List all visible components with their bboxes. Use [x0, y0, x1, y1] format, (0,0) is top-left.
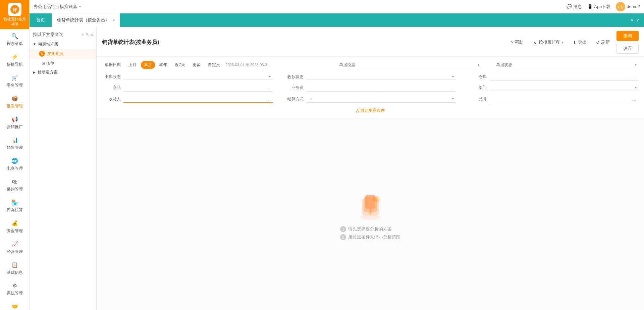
doc-status-label: 单据状态: [493, 62, 512, 68]
download-icon: 📱: [587, 4, 593, 9]
refresh-button[interactable]: ↺ 刷新: [593, 38, 612, 47]
sidebar-item-retail[interactable]: 🛒 零售管理: [0, 71, 29, 92]
pc-group-arrow-icon: ▼: [33, 42, 36, 46]
date-btn-this-month[interactable]: 本月: [141, 61, 155, 69]
hint-item-1: 1 请先选择要分析的方案: [340, 226, 400, 232]
top-bar-right: 💬 消息 📱 App下载 Ea demo2: [567, 2, 640, 11]
purchase-icon: 🛍: [11, 178, 18, 186]
tab-close-icon[interactable]: ×: [113, 18, 115, 22]
shortcut-icon: ⚡: [11, 53, 18, 61]
scheme-group-mobile-header[interactable]: ▶ 移动端方案: [30, 68, 96, 77]
date-controls: 上月 本月 本年 近7天 更多 自定义 2023-03-01 至 2023-03…: [125, 61, 269, 69]
out-status-control[interactable]: ▾: [123, 74, 273, 80]
finance-icon: 💰: [11, 220, 18, 227]
sidebar-item-ecommerce[interactable]: 🌐 电商管理: [0, 154, 29, 175]
staff-control[interactable]: …: [306, 84, 455, 92]
out-status-label: 出库状态: [102, 74, 121, 80]
help-button[interactable]: ? 帮助: [508, 38, 526, 47]
app-download-button[interactable]: 📱 App下载: [587, 4, 610, 10]
scheme-item-by-staff[interactable]: 员 按业务员: [30, 49, 96, 59]
sidebar-item-purchase[interactable]: 🛍 采购管理: [0, 175, 29, 196]
sidebar-item-system[interactable]: ⚙ 系统管理: [0, 279, 29, 300]
date-btn-more[interactable]: 更多: [190, 61, 204, 69]
app-title-dropdown-icon[interactable]: ▾: [79, 5, 81, 8]
doc-status-control[interactable]: ▾: [515, 62, 639, 68]
maximize-icon[interactable]: ⤢: [636, 17, 640, 23]
logo-area[interactable]: 好 畅捷通好生意标版: [0, 0, 29, 29]
sidebar-item-operations[interactable]: 📈 经营管理: [0, 237, 29, 258]
message-button[interactable]: 💬 消息: [567, 4, 582, 10]
sidebar-item-enterprise[interactable]: 🤝 企业协同: [0, 300, 29, 310]
scheme-group-pc: ▼ 电脑端方案 员 按业务员 ⊞ 按单: [30, 40, 96, 68]
dept-control[interactable]: ▾: [489, 85, 639, 91]
date-filter-control: 上月 本月 本年 近7天 更多 自定义 2023-03-01 至 2023-03…: [123, 60, 271, 70]
receiver-control[interactable]: …: [123, 95, 273, 103]
warehouse-label: 仓库: [468, 74, 487, 80]
user-menu[interactable]: Ea demo2: [616, 2, 640, 11]
filter-area: 单据日期 上月 本月 本年 近7天 更多 自定义 2023-03-01 至 20…: [97, 57, 644, 118]
tab-maximize-area: × ⤢: [626, 17, 644, 23]
payment-control[interactable]: × ▾: [306, 96, 455, 103]
collect-status-control[interactable]: ▾: [306, 74, 455, 80]
collapse-button[interactable]: ⋀ 收起更多条件: [355, 106, 386, 115]
mobile-group-label: 移动端方案: [38, 69, 58, 75]
edit-scheme-icon[interactable]: ✎: [86, 32, 89, 37]
data-area: 1 请先选择要分析的方案 2 用过滤条件来缩小分析范围: [97, 118, 644, 310]
goods-dots[interactable]: …: [266, 85, 271, 90]
tab-sales-stats[interactable]: 销货单统计表（按业务员） ×: [52, 13, 120, 27]
settings-button[interactable]: 设置: [616, 44, 639, 54]
collect-status-dropdown-icon: ▾: [452, 75, 454, 79]
goods-label: 商品: [102, 85, 121, 91]
svg-text:Ea: Ea: [619, 5, 623, 9]
hint-item-2: 2 用过滤条件来缩小分析范围: [340, 234, 400, 240]
print-button[interactable]: 🖨 按模板打印 ▾: [530, 38, 566, 47]
export-button[interactable]: ⬇ 导出: [570, 38, 589, 47]
dept-label: 部门: [468, 85, 487, 91]
goods-control[interactable]: …: [123, 84, 273, 92]
collapse-panel-icon[interactable]: «: [90, 32, 93, 37]
hint-num-2: 2: [340, 234, 346, 240]
left-panel-title: 按以下方案查询: [33, 32, 63, 38]
scheme-group-pc-header[interactable]: ▼ 电脑端方案: [30, 40, 96, 49]
close-window-icon[interactable]: ×: [630, 17, 633, 23]
receiver-dots[interactable]: …: [266, 96, 271, 101]
empty-illustration: [354, 189, 387, 222]
sidebar-item-wholesale[interactable]: 📦 批发管理: [0, 92, 29, 112]
right-panel: 销货单统计表(按业务员) ? 帮助 🖨 按模板打印 ▾ ⬇ 导出: [97, 27, 644, 310]
staff-dots[interactable]: …: [449, 85, 454, 90]
sidebar-item-finance[interactable]: 💰 资金管理: [0, 216, 29, 237]
date-btn-7days[interactable]: 近7天: [172, 61, 188, 69]
empty-hint: 1 请先选择要分析的方案 2 用过滤条件来缩小分析范围: [340, 189, 400, 240]
query-button[interactable]: 查询: [616, 31, 639, 41]
sidebar-item-search[interactable]: 🔍 搜索菜单: [0, 29, 29, 50]
search-icon: 🔍: [11, 33, 18, 40]
scheme-item-by-order[interactable]: ⊞ 按单: [30, 59, 96, 68]
date-btn-last-month[interactable]: 上月: [125, 61, 140, 69]
date-btn-this-year[interactable]: 本年: [156, 61, 170, 69]
sales-icon: 📊: [11, 137, 18, 144]
sidebar-item-shortcut[interactable]: ⚡ 快捷导航: [0, 50, 29, 71]
brand-dots[interactable]: …: [632, 96, 637, 102]
add-scheme-icon[interactable]: +: [82, 32, 84, 37]
empty-hints: 1 请先选择要分析的方案 2 用过滤条件来缩小分析范围: [340, 226, 400, 240]
hint-num-1: 1: [340, 226, 346, 232]
date-btn-custom[interactable]: 自定义: [205, 61, 223, 69]
sidebar-menu: 🔍 搜索菜单 ⚡ 快捷导航 🛒 零售管理 📦 批发管理 📢 营销推广 📊 销售管…: [0, 29, 29, 310]
logo-text: 畅捷通好生意标版: [4, 17, 26, 27]
sidebar-item-sales[interactable]: 📊 销售管理: [0, 133, 29, 154]
receiver-input[interactable]: [125, 96, 266, 101]
sidebar-item-marketing[interactable]: 📢 营销推广: [0, 112, 29, 133]
sidebar-item-inventory[interactable]: 🏪 库存核算: [0, 196, 29, 216]
doc-type-control[interactable]: ▾: [358, 62, 482, 68]
doc-type-label: 单据类型: [336, 62, 355, 68]
warehouse-control[interactable]: …: [489, 73, 639, 81]
payment-clear-icon[interactable]: ×: [310, 97, 312, 101]
staff-label: 业务员: [285, 85, 304, 91]
payment-dropdown-icon: ▾: [452, 97, 454, 101]
brand-control[interactable]: …: [489, 95, 639, 103]
system-icon: ⚙: [11, 282, 18, 290]
tab-home[interactable]: 首页: [30, 13, 52, 27]
page-title: 销货单统计表(按业务员): [102, 39, 508, 46]
receiver-label: 收货人: [102, 96, 121, 102]
sidebar-item-basic[interactable]: 📋 基础信息: [0, 258, 29, 279]
